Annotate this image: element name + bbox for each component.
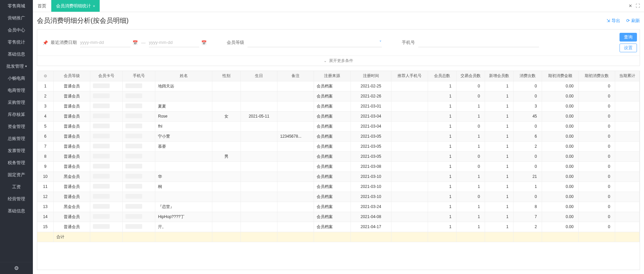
tab-active-label: 会员消费明细统计	[56, 3, 91, 9]
sidebar-item-9[interactable]: 库存核算	[0, 109, 33, 121]
col-header[interactable]: 备注	[277, 71, 314, 81]
cell-redacted	[90, 101, 123, 111]
table-row[interactable]: 8普通会员男会员档案2021-03-0510100.000	[37, 151, 640, 161]
col-header[interactable]: 交易会员数	[456, 71, 485, 81]
table-row[interactable]: 4普通会员Rose女2021-05-11会员档案2021-03-04111450…	[37, 111, 640, 121]
sidebar-item-11[interactable]: 总账管理	[0, 133, 33, 145]
table-row[interactable]: 13黑金会员『恋堂』会员档案2021-03-2411180.000	[37, 202, 640, 212]
close-icon[interactable]: ×	[93, 4, 95, 8]
col-header[interactable]: 生日	[241, 71, 277, 81]
settings-button[interactable]: 设置	[620, 44, 637, 52]
date-to-input[interactable]	[149, 38, 199, 47]
cell: 会员档案	[314, 161, 351, 172]
pin-icon[interactable]: 📌	[40, 40, 51, 45]
cell	[615, 172, 640, 182]
sidebar-item-10[interactable]: 资金管理	[0, 121, 33, 133]
cell: 0.00	[542, 222, 578, 232]
sidebar-item-15[interactable]: 工资	[0, 181, 33, 193]
cell: 1	[485, 141, 513, 151]
cell: 2021-03-10	[351, 182, 391, 192]
col-header[interactable]: 会员卡号	[90, 71, 123, 81]
cell-redacted	[123, 141, 155, 151]
sidebar-item-7[interactable]: 电商管理	[0, 84, 33, 96]
table-row[interactable]: 14普通会员HipHop????丁会员档案2021-04-0811170.000	[37, 212, 640, 222]
sidebar-item-8[interactable]: 采购管理	[0, 96, 33, 109]
refresh-action[interactable]: ⟳ 刷新	[626, 18, 640, 24]
col-header[interactable]: 注册时间	[351, 71, 391, 81]
cell: 会员档案	[314, 151, 351, 161]
phone-input[interactable]	[418, 38, 539, 47]
tab-strip: 首页 会员消费明细统计 × ✕ ⛶	[33, 0, 644, 12]
cell: 1	[456, 141, 485, 151]
sidebar-item-13[interactable]: 税务管理	[0, 157, 33, 169]
table-row[interactable]: 3普通会员夏夏会员档案2021-03-0111130.000	[37, 101, 640, 111]
cell	[277, 222, 314, 232]
level-select[interactable]	[248, 38, 382, 47]
table-row[interactable]: 1普通会员地阔天远会员档案2021-02-2510100.000	[37, 81, 640, 91]
cell: 夏夏	[155, 101, 212, 111]
sidebar-item-6[interactable]: 小畅电商	[0, 72, 33, 84]
calendar-icon[interactable]: 📅	[201, 40, 207, 45]
chevron-down-icon[interactable]: ˅	[379, 40, 382, 45]
fullscreen-icon[interactable]: ⛶	[636, 3, 640, 8]
col-header[interactable]: 会员总数	[428, 71, 457, 81]
calendar-icon[interactable]: 📅	[132, 40, 138, 45]
cell	[155, 192, 212, 202]
col-header[interactable]: ⚙	[37, 71, 54, 81]
table-row[interactable]: 15普通会员亓。会员档案2021-04-1711120.000	[37, 222, 640, 232]
export-action[interactable]: ⇲ 导出	[606, 18, 620, 24]
cell: 1	[485, 131, 513, 141]
table-row[interactable]: 11普通会员桐会员档案2021-03-1011110.000	[37, 182, 640, 192]
cell-redacted	[123, 91, 155, 101]
col-header[interactable]: 新增会员数	[485, 71, 513, 81]
footer-cell	[314, 232, 351, 242]
expand-filters[interactable]: ⌄ 展开更多条件	[37, 56, 640, 66]
table-row[interactable]: 7普通会员慕赛会员档案2021-03-0511120.000	[37, 141, 640, 151]
data-table[interactable]: ⚙会员等级会员卡号手机号姓名性别生日备注注册来源注册时间推荐人手机号会员总数交易…	[37, 71, 640, 270]
sidebar-item-5[interactable]: 批发管理▾	[0, 60, 33, 72]
cell: 0	[578, 212, 615, 222]
sidebar-settings[interactable]: ⚙	[0, 262, 33, 274]
col-header[interactable]: 会员等级	[54, 71, 90, 81]
col-header[interactable]: 姓名	[155, 71, 212, 81]
sidebar-item-2[interactable]: 会员中心	[0, 24, 33, 36]
col-header[interactable]: 消费次数	[513, 71, 542, 81]
col-header[interactable]: 注册来源	[314, 71, 351, 81]
cell	[241, 151, 277, 161]
sidebar-item-4[interactable]: 基础信息	[0, 48, 33, 60]
table-row[interactable]: 5普通会员fhl会员档案2021-03-0410100.000	[37, 121, 640, 131]
col-header[interactable]: 当期累计	[615, 71, 640, 81]
sidebar-item-16[interactable]: 经营管理	[0, 193, 33, 205]
table-row[interactable]: 10黑金会员华会员档案2021-03-10111210.000	[37, 172, 640, 182]
col-header[interactable]: 期初消费金额	[542, 71, 578, 81]
col-header[interactable]: 手机号	[123, 71, 155, 81]
table-row[interactable]: 2普通会员会员档案2021-02-2610100.000	[37, 91, 640, 101]
col-header[interactable]: 性别	[212, 71, 241, 81]
table-row[interactable]: 12普通会员会员档案2021-03-1010100.000	[37, 192, 640, 202]
col-header[interactable]: 期初消费次数	[578, 71, 615, 81]
sidebar-item-0[interactable]: 零售商城	[0, 0, 33, 12]
sidebar-item-17[interactable]: 基础信息	[0, 205, 33, 217]
cell: 会员档案	[314, 111, 351, 121]
sidebar-item-12[interactable]: 发票管理	[0, 145, 33, 157]
table-row[interactable]: 6普通会员宁小萱12345678...会员档案2021-03-0511160.0…	[37, 131, 640, 141]
tab-close-all[interactable]: ✕	[629, 3, 632, 8]
cell-redacted	[90, 192, 123, 202]
cell: 普通会员	[54, 81, 90, 91]
sidebar-item-3[interactable]: 零售统计	[0, 36, 33, 48]
footer-cell	[123, 232, 155, 242]
col-header[interactable]: 推荐人手机号	[391, 71, 428, 81]
sidebar-item-14[interactable]: 固定资产	[0, 169, 33, 181]
table-row[interactable]: 9普通会员会员档案2021-03-0810100.000	[37, 161, 640, 172]
sidebar-item-1[interactable]: 营销推广	[0, 12, 33, 24]
search-button[interactable]: 查询	[620, 33, 637, 42]
cell: 会员档案	[314, 182, 351, 192]
cell	[391, 121, 428, 131]
cell: 2021-05-11	[241, 111, 277, 121]
tab-active[interactable]: 会员消费明细统计 ×	[51, 0, 100, 12]
cell	[277, 81, 314, 91]
tab-home[interactable]: 首页	[33, 0, 51, 12]
cell: 0	[578, 202, 615, 212]
date-from-input[interactable]	[80, 38, 130, 47]
cell: 0	[578, 172, 615, 182]
